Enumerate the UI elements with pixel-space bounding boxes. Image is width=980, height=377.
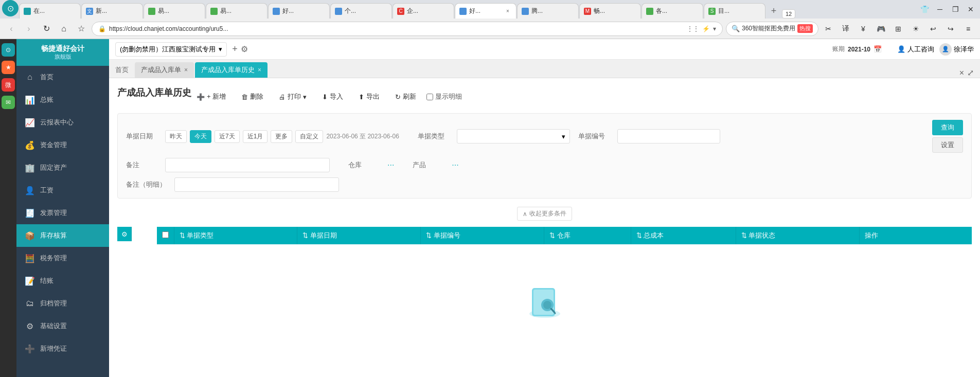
- warehouse-filter-dots[interactable]: ···: [387, 160, 394, 170]
- display-checkbox[interactable]: [426, 94, 433, 100]
- app-icon-main[interactable]: ⊙: [2, 43, 15, 57]
- date-btn-custom[interactable]: 自定义: [295, 130, 323, 143]
- table-settings-th[interactable]: ⚙: [117, 227, 132, 241]
- browser-tab-9[interactable]: 腾...: [517, 3, 579, 19]
- date-btn-today[interactable]: 今天: [190, 130, 211, 143]
- content-close-button[interactable]: ×: [959, 68, 964, 78]
- sidebar-item-funds[interactable]: 💰 资金管理: [16, 134, 109, 156]
- collapse-button[interactable]: ∧ 收起更多条件: [517, 207, 572, 221]
- sidebar-item-home[interactable]: ⌂ 首页: [16, 66, 109, 88]
- remark-filter-input[interactable]: [165, 158, 330, 172]
- breadcrumb-tab-list[interactable]: 产成品入库单 ×: [135, 62, 194, 78]
- currency-icon[interactable]: ¥: [856, 21, 871, 37]
- consult-button[interactable]: 👤 人工咨询: [897, 45, 934, 54]
- minimize-button[interactable]: ─: [933, 2, 947, 16]
- delete-button[interactable]: 🗑 删除: [236, 89, 269, 104]
- select-all-checkbox[interactable]: [162, 231, 169, 238]
- breadcrumb-home[interactable]: 首页: [109, 62, 135, 78]
- grid-icon[interactable]: ⊞: [890, 21, 906, 37]
- breadcrumb-tab-list-close[interactable]: ×: [184, 66, 188, 74]
- address-dropdown-icon[interactable]: ▾: [713, 25, 716, 32]
- product-filter-dots[interactable]: ···: [452, 160, 458, 170]
- content-expand-button[interactable]: ⤢: [967, 68, 974, 78]
- browser-tab-11[interactable]: 各...: [642, 3, 703, 19]
- print-button[interactable]: 🖨 打印 ▾: [274, 89, 312, 104]
- scissors-icon[interactable]: ✂: [821, 21, 836, 37]
- sidebar-item-payroll[interactable]: 👤 工资: [16, 179, 109, 202]
- theme-icon[interactable]: ☀: [908, 21, 923, 37]
- col-date[interactable]: ⇅ 单据日期: [297, 227, 421, 244]
- browser-tab-1[interactable]: 在...: [19, 3, 81, 19]
- date-btn-more[interactable]: 更多: [271, 130, 292, 143]
- back-button[interactable]: ‹: [4, 22, 19, 36]
- tab-8-close[interactable]: ×: [504, 7, 512, 15]
- settings-top-button[interactable]: ⚙: [241, 44, 248, 54]
- date-btn-yesterday[interactable]: 昨天: [165, 130, 187, 143]
- breadcrumb-tab-history-close[interactable]: ×: [258, 66, 261, 74]
- nav-header: 畅捷通好会计 旗舰版: [16, 39, 109, 66]
- col-warehouse[interactable]: ⇅ 仓库: [544, 227, 631, 244]
- sidebar-item-ledger[interactable]: 📊 总账: [16, 88, 109, 111]
- forward-button[interactable]: ›: [22, 22, 36, 36]
- sidebar-item-inventory[interactable]: 📦 库存核算: [16, 224, 109, 247]
- translate-icon[interactable]: 译: [838, 21, 853, 37]
- menu-icon: ⋮⋮: [687, 25, 699, 32]
- undo-icon[interactable]: ↩: [925, 21, 941, 37]
- company-selector[interactable]: (勿删勿禁用）江西服宝测试专用 ▾: [115, 42, 227, 57]
- add-button[interactable]: ➕ + 新增: [191, 89, 231, 104]
- date-btn-1month[interactable]: 近1月: [243, 130, 268, 143]
- redo-icon[interactable]: ↪: [943, 21, 958, 37]
- browser-settings-icon[interactable]: ≡: [960, 21, 976, 37]
- type-filter-select[interactable]: ▾: [457, 129, 570, 143]
- maximize-button[interactable]: ❐: [948, 2, 963, 16]
- browser-tab-2[interactable]: 文 新...: [81, 3, 143, 19]
- table-checkbox-th[interactable]: [157, 227, 174, 244]
- browser-tab-10[interactable]: M 畅...: [579, 3, 641, 19]
- export-button[interactable]: ⬆ 导出: [353, 89, 385, 104]
- browser-tab-3[interactable]: 易...: [144, 3, 205, 19]
- new-tab-button[interactable]: +: [766, 3, 781, 19]
- browser-tab-5[interactable]: 好...: [268, 3, 330, 19]
- app-icon-green[interactable]: ✉: [2, 96, 15, 109]
- col-total-cost[interactable]: ⇅ 总成本: [631, 227, 736, 244]
- browser-tab-8[interactable]: 好... ×: [455, 3, 516, 19]
- breadcrumb-tab-history[interactable]: 产成品入库单历史 ×: [195, 62, 268, 78]
- date-btn-7days[interactable]: 近7天: [215, 130, 240, 143]
- import-button[interactable]: ⬇ 导入: [317, 89, 348, 104]
- refresh-button[interactable]: ↻: [39, 22, 54, 36]
- sidebar-item-assets-label: 固定资产: [40, 163, 67, 172]
- close-button[interactable]: ✕: [964, 2, 978, 16]
- bookmark-button[interactable]: ☆: [74, 22, 88, 36]
- sidebar-item-new-voucher[interactable]: ➕ 新增凭证: [16, 337, 109, 360]
- user-profile[interactable]: 👤 徐泽华: [939, 43, 974, 56]
- home-nav-button[interactable]: ⌂: [57, 22, 71, 36]
- col-type[interactable]: ⇅ 单据类型: [174, 227, 297, 244]
- sidebar-item-tax[interactable]: 🧮 税务管理: [16, 247, 109, 270]
- address-input[interactable]: 🔒 https://cloud.chanjet.com/accounting/u…: [92, 22, 723, 36]
- search-box[interactable]: 🔍 360智能抠图免费用 热搜: [726, 22, 818, 36]
- col-status[interactable]: ⇅ 单据状态: [736, 227, 859, 244]
- app-icon-red[interactable]: 微: [2, 78, 15, 92]
- sidebar-item-invoice[interactable]: 🧾 发票管理: [16, 202, 109, 224]
- sidebar-item-closing[interactable]: 📝 结账: [16, 270, 109, 292]
- remark-detail-input[interactable]: [174, 177, 339, 192]
- sidebar-item-archive[interactable]: 🗂 归档管理: [16, 292, 109, 315]
- add-company-button[interactable]: +: [232, 44, 238, 55]
- filter-settings-button[interactable]: 设置: [932, 137, 963, 153]
- browser-tab-7[interactable]: C 企...: [393, 3, 454, 19]
- sidebar-item-assets[interactable]: 🏢 固定资产: [16, 156, 109, 179]
- col-number[interactable]: ⇅ 单据编号: [421, 227, 544, 244]
- sidebar-item-basic[interactable]: ⚙ 基础设置: [16, 315, 109, 337]
- browser-tab-12[interactable]: S 目...: [704, 3, 765, 19]
- sidebar-item-reports[interactable]: 📈 云报表中心: [16, 111, 109, 134]
- shirt-icon: 👕: [917, 2, 932, 16]
- calendar-icon[interactable]: 📅: [874, 45, 882, 53]
- query-button[interactable]: 查询: [932, 120, 963, 135]
- number-filter-input[interactable]: [617, 129, 720, 143]
- refresh-btn[interactable]: ↻ 刷新: [390, 89, 421, 104]
- app-icon-orange[interactable]: ★: [2, 61, 15, 74]
- browser-tab-6[interactable]: 个...: [330, 3, 392, 19]
- gamepad-icon[interactable]: 🎮: [873, 21, 888, 37]
- delete-button-icon: 🗑: [241, 93, 248, 101]
- browser-tab-4[interactable]: 易...: [206, 3, 268, 19]
